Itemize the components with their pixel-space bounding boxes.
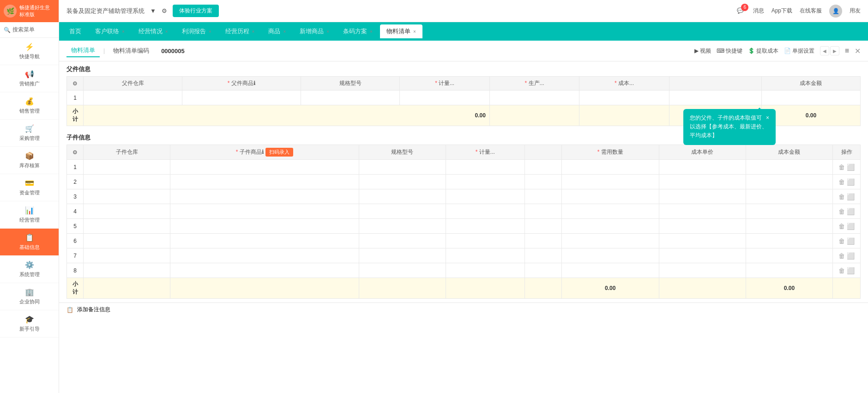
sidebar-item-sales[interactable]: 💰销售管理: [0, 92, 59, 120]
child-row-6-warehouse[interactable]: [84, 234, 170, 248]
child-row-4-warehouse[interactable]: [84, 204, 170, 219]
child-row-3-spec[interactable]: [359, 189, 446, 204]
sidebar-item-system[interactable]: ⚙️系统管理: [0, 256, 59, 283]
tab-close-operations-history[interactable]: ×: [252, 29, 255, 34]
child-row-3-goods[interactable]: [170, 189, 359, 204]
parent-row-1-production[interactable]: [489, 91, 579, 105]
sidebar-item-operations[interactable]: 📊经营管理: [0, 201, 59, 229]
child-row-6-spec[interactable]: [359, 234, 446, 248]
tab-close-operations-status[interactable]: ×: [165, 29, 168, 34]
child-row-6-qty[interactable]: [561, 234, 659, 248]
child-row-2-unit-cost[interactable]: [659, 175, 746, 189]
child-row-4-unit-cost[interactable]: [659, 204, 746, 219]
tab-close-barcode[interactable]: ×: [370, 29, 373, 34]
parent-row-1-warehouse[interactable]: [84, 91, 182, 105]
prev-arrow[interactable]: ◀: [820, 46, 829, 55]
shortcut-btn[interactable]: ⌨ 快捷键: [717, 47, 742, 55]
child-row-3-unit-cost[interactable]: [659, 189, 746, 204]
app-download-btn[interactable]: App下载: [772, 7, 792, 15]
bottom-label[interactable]: 添加备注信息: [77, 306, 110, 314]
child-row-8-goods[interactable]: [170, 263, 359, 278]
delete-icon-row-1[interactable]: 🗑: [838, 163, 845, 171]
child-row-1-qty[interactable]: [561, 160, 659, 175]
sidebar-item-finance[interactable]: 💳资金管理: [0, 174, 59, 201]
delete-icon-row-7[interactable]: 🗑: [838, 252, 845, 260]
parent-row-1-spec[interactable]: [301, 91, 400, 105]
child-row-8-spec[interactable]: [359, 263, 446, 278]
tab-customer[interactable]: 客户联络×: [89, 24, 131, 38]
tab-bom[interactable]: 物料清单×: [380, 24, 422, 38]
parent-row-1-goods[interactable]: [182, 91, 301, 105]
copy-icon-row-6[interactable]: ⬜: [847, 237, 855, 245]
parent-row-1-cost[interactable]: [579, 91, 669, 105]
breadcrumb-tab-bom[interactable]: 物料清单: [66, 44, 100, 57]
delete-icon-row-4[interactable]: 🗑: [838, 208, 845, 215]
child-row-8-unit-cost[interactable]: [659, 263, 746, 278]
close-tab-btn[interactable]: ✕: [855, 47, 861, 55]
tooltip-close-btn[interactable]: ×: [766, 114, 769, 122]
child-row-1-goods[interactable]: [170, 160, 359, 175]
online-service-btn[interactable]: 在线客服: [800, 7, 822, 15]
child-row-5-unit[interactable]: [446, 219, 524, 234]
delete-icon-row-5[interactable]: 🗑: [838, 223, 845, 230]
copy-icon-row-5[interactable]: ⬜: [847, 223, 855, 230]
child-row-7-goods[interactable]: [170, 248, 359, 263]
child-row-6-goods[interactable]: [170, 234, 359, 248]
sidebar-item-purchase[interactable]: 🛒采购管理: [0, 120, 59, 147]
dropdown-icon[interactable]: ▼: [150, 7, 156, 14]
child-row-5-goods[interactable]: [170, 219, 359, 234]
child-row-4-qty[interactable]: [561, 204, 659, 219]
child-row-8-unit[interactable]: [446, 263, 524, 278]
sidebar-search[interactable]: 🔍 搜索菜单: [0, 22, 59, 38]
child-row-5-warehouse[interactable]: [84, 219, 170, 234]
trial-button[interactable]: 体验行业方案: [173, 5, 219, 17]
child-row-1-unit[interactable]: [446, 160, 524, 175]
child-row-3-warehouse[interactable]: [84, 189, 170, 204]
settings-icon[interactable]: ⚙: [162, 7, 167, 14]
delete-icon-row-6[interactable]: 🗑: [838, 237, 845, 245]
child-row-4-goods[interactable]: [170, 204, 359, 219]
delete-icon-row-3[interactable]: 🗑: [838, 193, 845, 200]
single-settings-btn[interactable]: 📄 单据设置: [784, 47, 814, 55]
child-row-2-qty[interactable]: [561, 175, 659, 189]
message-btn[interactable]: 💬6 消息: [737, 7, 764, 15]
child-row-8-warehouse[interactable]: [84, 263, 170, 278]
copy-icon-row-4[interactable]: ⬜: [847, 208, 855, 215]
child-row-2-goods[interactable]: [170, 175, 359, 189]
child-row-1-unit-cost[interactable]: [659, 160, 746, 175]
breadcrumb-tab-code[interactable]: 物料清单编码: [108, 45, 154, 57]
tab-close-add-goods[interactable]: ×: [326, 29, 329, 34]
scan-btn[interactable]: 扫码录入: [265, 148, 293, 157]
tab-operations-status[interactable]: 经营情况×: [132, 24, 175, 38]
video-btn[interactable]: ▶ 视频: [694, 47, 711, 55]
child-row-4-unit[interactable]: [446, 204, 524, 219]
child-row-7-qty[interactable]: [561, 248, 659, 263]
copy-icon-row-8[interactable]: ⬜: [847, 267, 855, 274]
copy-icon-row-7[interactable]: ⬜: [847, 252, 855, 260]
copy-icon-row-2[interactable]: ⬜: [847, 178, 855, 186]
child-row-5-qty[interactable]: [561, 219, 659, 234]
tab-goods[interactable]: 商品×: [262, 24, 292, 38]
get-cost-btn[interactable]: 💲 提取成本: [748, 47, 778, 55]
tab-close-profit-report[interactable]: ×: [209, 29, 211, 34]
tab-profit-report[interactable]: 利润报告×: [175, 24, 218, 38]
child-row-2-unit[interactable]: [446, 175, 524, 189]
copy-icon-row-3[interactable]: ⬜: [847, 193, 855, 200]
tab-close-goods[interactable]: ×: [283, 29, 286, 34]
tab-barcode[interactable]: 条码方案×: [337, 24, 379, 38]
tab-operations-history[interactable]: 经营历程×: [219, 24, 261, 38]
parent-col-settings[interactable]: ⚙: [67, 77, 84, 91]
child-row-3-qty[interactable]: [561, 189, 659, 204]
sidebar-item-enterprise[interactable]: 🏢企业协同: [0, 283, 59, 310]
view-toggle[interactable]: ≡: [845, 47, 849, 55]
sidebar-item-quick-nav[interactable]: ⚡快捷导航: [0, 38, 59, 65]
sidebar-item-marketing[interactable]: 📢营销推广: [0, 65, 59, 92]
sidebar-item-guide[interactable]: 🎓新手引导: [0, 310, 59, 338]
child-row-5-spec[interactable]: [359, 219, 446, 234]
parent-row-1-unit[interactable]: [400, 91, 489, 105]
child-row-2-warehouse[interactable]: [84, 175, 170, 189]
child-row-4-spec[interactable]: [359, 204, 446, 219]
next-arrow[interactable]: ▶: [830, 46, 839, 55]
copy-icon-row-1[interactable]: ⬜: [847, 163, 855, 171]
child-col-settings[interactable]: ⚙: [67, 145, 84, 160]
